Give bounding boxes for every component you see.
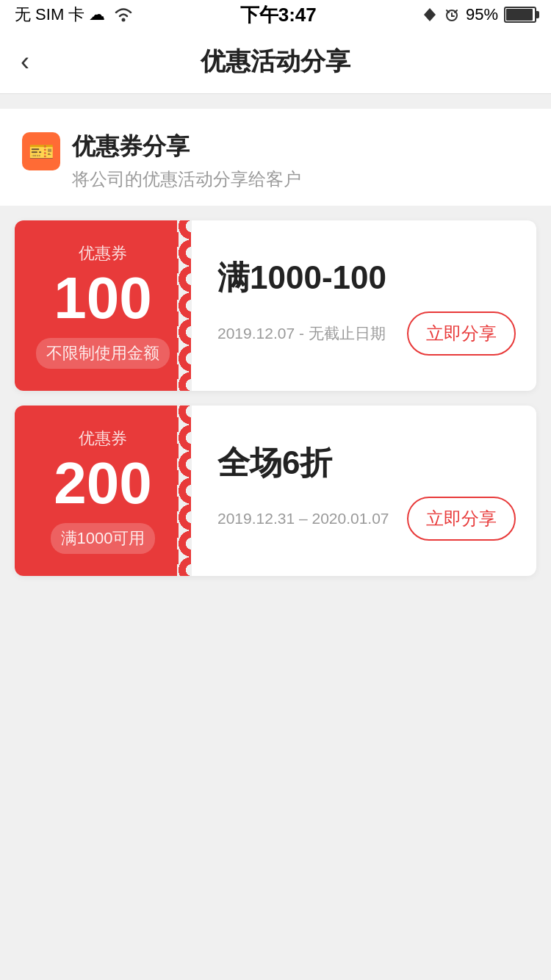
coupon-date-1: 2019.12.07 - 无截止日期: [217, 323, 400, 344]
coupon-condition-2: 满1000可用: [51, 523, 156, 554]
coupon-card-1: 优惠券 100 不限制使用金额 满1000-100 2019.12.07 - 无…: [15, 220, 536, 391]
share-button-2[interactable]: 立即分享: [407, 497, 516, 541]
back-button[interactable]: ‹: [21, 48, 29, 75]
section-subtitle: 将公司的优惠活动分享给客户: [72, 167, 301, 191]
coupon-left-2: 优惠券 200 满1000可用: [15, 406, 191, 576]
coupon-value-1: 100: [54, 269, 151, 328]
coupon-card-2: 优惠券 200 满1000可用 全场6折 2019.12.31 – 2020.0…: [15, 406, 536, 576]
nav-bar: ‹ 优惠活动分享: [0, 29, 551, 94]
status-bar: 无 SIM 卡 ☁ 下午3:47 95%: [0, 0, 551, 29]
section-title: 优惠券分享: [72, 131, 301, 163]
sim-status: 无 SIM 卡 ☁: [15, 4, 105, 26]
share-button-1[interactable]: 立即分享: [407, 311, 516, 356]
section-text: 优惠券分享 将公司的优惠活动分享给客户: [72, 131, 301, 191]
coupon-icon: 🎫: [22, 132, 60, 170]
status-right: 95%: [422, 5, 536, 24]
coupon-right-1: 满1000-100 2019.12.07 - 无截止日期 立即分享: [191, 220, 536, 391]
coupon-type-2: 优惠券: [79, 428, 127, 450]
coupon-type-1: 优惠券: [79, 242, 127, 264]
coupon-left-1: 优惠券 100 不限制使用金额: [15, 220, 191, 391]
coupon-date-2: 2019.12.31 – 2020.01.07: [217, 510, 400, 527]
section-header: 🎫 优惠券分享 将公司的优惠活动分享给客户: [0, 109, 551, 206]
location-icon: [422, 7, 438, 23]
coupon-name-1: 满1000-100: [217, 256, 516, 300]
coupon-name-2: 全场6折: [217, 442, 516, 485]
wifi-icon: [112, 7, 134, 23]
status-left: 无 SIM 卡 ☁: [15, 4, 134, 26]
coupon-value-2: 200: [54, 454, 151, 513]
battery-percent: 95%: [466, 5, 498, 24]
coupon-right-2: 全场6折 2019.12.31 – 2020.01.07 立即分享: [191, 406, 536, 576]
page-title: 优惠活动分享: [201, 45, 350, 79]
battery-icon: [504, 7, 536, 23]
svg-point-0: [122, 18, 126, 22]
alarm-icon: [444, 7, 460, 23]
coupon-bottom-1: 2019.12.07 - 无截止日期 立即分享: [217, 311, 516, 356]
coupon-bottom-2: 2019.12.31 – 2020.01.07 立即分享: [217, 497, 516, 541]
coupons-list: 优惠券 100 不限制使用金额 满1000-100 2019.12.07 - 无…: [0, 206, 551, 591]
empty-area: [0, 591, 551, 980]
coupon-condition-1: 不限制使用金额: [36, 338, 170, 369]
status-time: 下午3:47: [240, 2, 317, 28]
